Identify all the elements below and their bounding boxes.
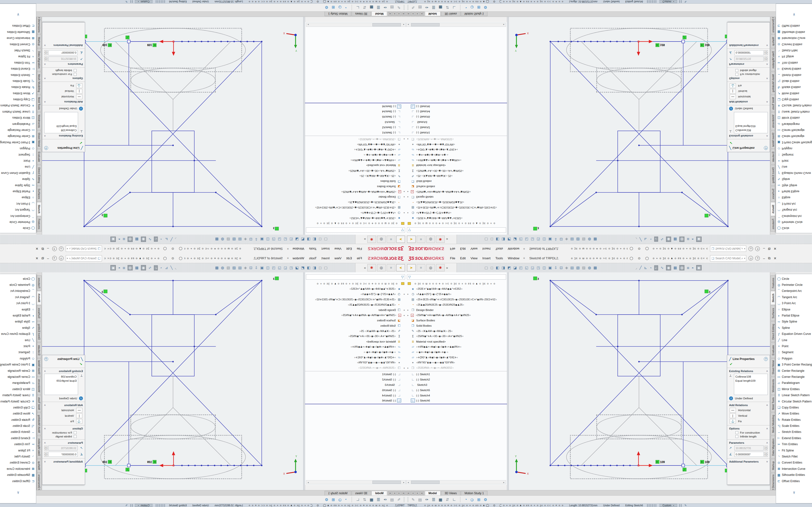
tab-direct-editing[interactable]: Direct Editing xyxy=(37,165,42,186)
tool-rotate-entities[interactable]: ↻Rotate Entities xyxy=(0,417,36,423)
fix-relation-button[interactable]: ⚓Fix xyxy=(44,83,83,88)
settings-gear-icon[interactable]: ◔ xyxy=(345,5,348,10)
tree-row-sketch4[interactable]: ∟(-)Sketch4 xyxy=(305,109,406,114)
panel-expand-chevron-icon[interactable]: » xyxy=(446,237,448,241)
tree-row-sketch3[interactable]: ∟Sketch3 xyxy=(305,382,406,388)
tree-row[interactable]: ⌖○ИN°9G°♟◉○○◉○○◉♟°G9°ИN○ xyxy=(406,142,507,147)
tool-partial-ellipse[interactable]: ◗Partial Ellipse xyxy=(0,188,36,194)
expand-icon[interactable]: ▸ xyxy=(401,138,405,140)
tool-mirror-entities[interactable]: ◫Mirror Entities xyxy=(776,115,812,121)
view-tool-icon[interactable]: ◫ xyxy=(543,237,546,241)
tree-row-sketch5[interactable]: ∟(-)Sketch5 xyxy=(305,388,406,393)
relations-listbox[interactable]: Collinear108 Equal length109 xyxy=(44,112,78,133)
expand-icon[interactable]: ▸ xyxy=(401,309,405,311)
restore-button[interactable]: ⧉ xyxy=(768,256,770,260)
tree-row-design-binder[interactable]: ▸❐Design Binder xyxy=(406,307,507,313)
sketch-tool-icon-active[interactable]: ⌐ xyxy=(154,237,158,242)
tree-row[interactable]: ▤○25✛3Ɛ25○ИN◉°✛⊃C3ƐU3Ɛ25○◉○253ƐU3Ɛ⊃C✛°◉И… xyxy=(406,205,507,210)
sketch-tool-icon[interactable]: ◓ xyxy=(692,266,694,270)
tool-line[interactable]: ╱Line xyxy=(776,337,812,343)
tool-partial-ellipse[interactable]: ◗Partial Ellipse xyxy=(776,313,812,319)
tree-row-solid-bodies[interactable]: ❒Solid Bodies xyxy=(305,179,406,184)
expand-chevron-icon[interactable]: ˅ xyxy=(766,44,768,47)
panel-splitter[interactable] xyxy=(507,17,509,235)
tool-point[interactable]: ▪Point xyxy=(776,158,812,164)
expand-chevron-icon[interactable]: ˅ xyxy=(44,460,46,463)
pin-menu-icon[interactable]: ✶ xyxy=(523,257,525,260)
tool-extend-entities[interactable]: ⊢Extend Entities xyxy=(0,435,36,441)
propertymanager-tab-icon[interactable]: ⌗ xyxy=(417,236,425,243)
tool-sketch-fillet[interactable]: ◝Sketch Fillet xyxy=(0,453,36,459)
tool-ellipse[interactable]: ○Ellipse xyxy=(0,194,36,201)
view-tool-icon[interactable]: ◧ xyxy=(313,266,316,270)
user-account-icon[interactable]: ☺ xyxy=(749,256,753,261)
vertical-relation-button[interactable]: |Vertical xyxy=(44,413,83,418)
folder-check-icon[interactable]: ⊞ xyxy=(332,497,335,502)
relations-listbox[interactable]: Collinear108 Equal length109 xyxy=(734,112,768,133)
tree-row-material[interactable]: ≣Material <not specified> xyxy=(305,339,406,344)
view-tool-icon[interactable]: ▩ xyxy=(215,237,218,241)
settings-gear-icon[interactable]: ◔ xyxy=(464,497,467,502)
tree-row[interactable]: Σ○25ИN◉°✛A∩ᵖ3Ɛ○◉○3Ɛᵖ∩A✛°◉ИN25○ xyxy=(305,334,406,339)
ok-checkmark-button[interactable]: ✔ xyxy=(729,141,768,145)
tree-row[interactable]: ▤○25✛3Ɛ25○ИN◉°✛⊃C3ƐU3Ɛ25○◉○253ƐU3Ɛ⊃C✛°◉И… xyxy=(305,297,406,302)
tree-row[interactable]: ✎○25·∩Ж♟AM○◉○MA♟Ж∩·25○ xyxy=(406,173,507,179)
highlighter-icon[interactable]: ▤ xyxy=(418,5,422,10)
tree-horizontal-scrollbar[interactable]: ◂ ▸ xyxy=(406,23,506,27)
user-account-icon[interactable]: ☺ xyxy=(749,246,753,251)
sketch-tool-icon[interactable]: ◓ xyxy=(118,266,120,270)
quick-access-toolbar-circles[interactable]: ◯ ⊙ ◯ xyxy=(161,247,183,250)
tab-motion-study-1[interactable]: Motion Study 1 xyxy=(324,491,351,495)
view-tool-icon[interactable]: ◻ xyxy=(490,266,493,270)
tool-trim-entities[interactable]: ✂Trim Entities xyxy=(0,441,36,447)
relation-item[interactable]: Equal length109 xyxy=(735,124,766,128)
view-tool-icon[interactable]: ▨ xyxy=(582,237,586,241)
tree-row[interactable]: Σ○25ИN◉°✛A∩ᵖ3Ɛ○◉○3Ɛᵖ∩A✛°◉ИN25○ xyxy=(305,168,406,173)
checkbox-icon[interactable] xyxy=(735,431,738,434)
tool-intersection-curve[interactable]: ⊠Intersection Curve xyxy=(776,35,812,41)
dimxpertmanager-tab-icon[interactable]: ✺ xyxy=(367,264,376,271)
collapse-chevron-icon[interactable]: ˄ xyxy=(44,404,46,406)
view-tool-icon[interactable]: ▤ xyxy=(238,266,242,270)
tree-row[interactable]: ◔○25♟◉25ИN3Ɛ25○◉○253ƐИN25◉♟25○ xyxy=(305,200,406,205)
tree-row[interactable]: ⌖○ИN°9G°♟◉○○◉○○◉♟°G9°ИN○ xyxy=(406,360,507,365)
panel-expand-chevron-icon[interactable]: » xyxy=(364,266,366,270)
units-dropdown[interactable]: Custom▴ xyxy=(660,504,677,507)
tree-row[interactable]: ▱○✛ИN◉♟+○✻◉I○◉○I◉✻○+♟◉ИN✛○ xyxy=(406,344,507,350)
relations-listbox[interactable]: Collinear108 Equal length109 xyxy=(734,374,768,395)
quick-access-toolbar-2[interactable]: ⊙ ∔ ⊙ ƷƐ ⊙ ♟ ⊙ Ƨ5 ⊙ ∔ ⊙ ƷƐ ⊙ C⊂ ⊙ ✛ ⊙ ⊙ … xyxy=(653,248,708,250)
checkbox-icon[interactable] xyxy=(735,73,738,76)
tab-surfaces[interactable]: Surfaces xyxy=(37,305,42,321)
angle-spinner[interactable]: ▴▾ xyxy=(764,452,768,457)
tool-line[interactable]: ╱Line xyxy=(0,337,36,343)
view-tool-icon[interactable]: ◻ xyxy=(318,266,321,270)
tool-parallelogram[interactable]: ▱Parallelogram xyxy=(0,380,36,386)
scroll-left-icon[interactable]: ◂ xyxy=(402,481,406,484)
sketch-tool-icon-active[interactable]: ▣ xyxy=(696,265,702,270)
tree-row-solid-bodies[interactable]: ❒Solid Bodies xyxy=(406,179,507,184)
view-tool-icon[interactable]: ◻ xyxy=(318,237,321,241)
tab-markup[interactable]: Markup xyxy=(37,459,42,472)
menu-file[interactable]: File xyxy=(448,247,458,250)
tree-row-locked-folder[interactable]: ▸❒○253ƐИNA∩+○◉○+∩AИN3Ɛ52○ xyxy=(406,365,507,371)
view-tool-icon[interactable]: ◱ xyxy=(525,266,528,270)
view-tool-icon[interactable]: ▢ xyxy=(324,237,327,241)
tree-row-sketch3[interactable]: ∟Sketch3 xyxy=(406,382,507,388)
tool-sketch-fillet[interactable]: ◝Sketch Fillet xyxy=(776,47,812,53)
tab-surfaces[interactable]: Surfaces xyxy=(770,305,775,321)
sketch-tool-icon[interactable]: ◞ xyxy=(636,266,637,270)
quick-access-toolbar-circles[interactable]: ◯ ⊙ ◯ xyxy=(629,247,651,250)
tool-convert-entities[interactable]: ⊙Convert Entities xyxy=(0,460,36,466)
tab-direct-editing[interactable]: Direct Editing xyxy=(770,321,775,342)
view-tool-icon[interactable]: ◪ xyxy=(513,237,517,241)
tree-row-surface-bodies[interactable]: ◪Surface Bodies xyxy=(406,184,507,189)
sketch-tool-icon-active[interactable]: ◍ xyxy=(679,237,684,242)
units-dropdown[interactable]: Custom▴ xyxy=(135,0,153,3)
view-tool-icon[interactable]: ◍ xyxy=(588,266,591,270)
view-tool-icon[interactable]: ◩ xyxy=(301,266,305,270)
tree-row[interactable]: ◔○25♟◉25ИN3Ɛ25○◉○253ƐИN25◉♟25○ xyxy=(305,302,406,307)
tree-row[interactable]: ▱○✛ζ9G°♟○✻◉I○◉○I◉✻○♟°G9ζ✛○ xyxy=(305,147,406,152)
tab-weldments[interactable]: Weldments xyxy=(770,112,775,130)
tool-mirror-entities[interactable]: ◫Mirror Entities xyxy=(776,386,812,392)
tool-convert-entities[interactable]: ⊙Convert Entities xyxy=(776,41,812,47)
